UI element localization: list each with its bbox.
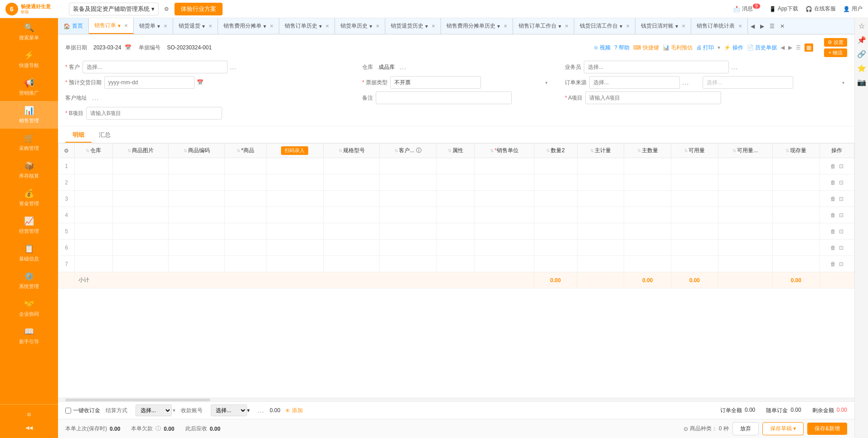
- sidebar-item-marketing[interactable]: 📢 营销推广: [0, 73, 58, 101]
- row-main-unit[interactable]: [577, 158, 624, 174]
- delete-icon[interactable]: 🗑: [830, 261, 836, 267]
- list-view-icon[interactable]: ☰: [796, 44, 801, 51]
- tab-sales-return-history[interactable]: 销货单历史 ▾ ✕: [335, 18, 385, 34]
- row-available[interactable]: [671, 158, 718, 174]
- help-link[interactable]: ? 帮助: [614, 44, 630, 52]
- tab-close-icon[interactable]: ✕: [124, 23, 128, 28]
- order-source-more-icon[interactable]: …: [680, 78, 689, 87]
- copy-icon[interactable]: ⊡: [839, 212, 844, 218]
- row-qty2[interactable]: [534, 240, 577, 256]
- row-main-unit[interactable]: [577, 207, 624, 223]
- tab-sales-workbench[interactable]: 销售订单工作台 ▾ ✕: [513, 18, 574, 34]
- row-product[interactable]: [224, 256, 266, 272]
- row-available[interactable]: [671, 223, 718, 240]
- settings-button[interactable]: ⚙ 设置: [824, 38, 847, 47]
- row-main-unit[interactable]: [577, 240, 624, 256]
- remark-input[interactable]: [376, 91, 512, 104]
- tab-menu-button[interactable]: ☰: [767, 23, 777, 29]
- tab-close-icon[interactable]: ✕: [432, 24, 435, 29]
- sidebar-collapse-button[interactable]: ◀◀: [0, 421, 58, 434]
- customer-input[interactable]: [82, 61, 228, 73]
- row-spec[interactable]: [324, 207, 379, 223]
- delete-icon[interactable]: 🗑: [830, 163, 836, 169]
- row-warehouse[interactable]: [75, 240, 113, 256]
- shortcut-link[interactable]: ⌨ 快捷键: [633, 44, 659, 52]
- row-product[interactable]: [224, 223, 266, 240]
- row-product-image[interactable]: [112, 158, 168, 174]
- sidebar-item-sales[interactable]: 📊 销售管理: [0, 101, 58, 129]
- row-main-unit[interactable]: [577, 191, 624, 207]
- row-available2[interactable]: [718, 240, 772, 256]
- delivery-date-input[interactable]: [104, 76, 195, 89]
- invoice-type-select[interactable]: 不开票: [390, 76, 481, 89]
- scan-input-button[interactable]: 扫码录入: [281, 146, 308, 155]
- row-customer-ref[interactable]: [379, 158, 436, 174]
- row-sales-unit[interactable]: [475, 240, 534, 256]
- order-source-input[interactable]: [589, 76, 680, 89]
- row-stock[interactable]: [772, 174, 820, 191]
- row-qty2[interactable]: [534, 207, 577, 223]
- customer-more-icon[interactable]: …: [228, 63, 237, 71]
- sidebar-item-search[interactable]: 🔍 搜索菜单: [0, 18, 58, 46]
- row-spec[interactable]: [324, 256, 379, 272]
- nav-next-icon[interactable]: ▶: [788, 44, 792, 51]
- row-qty2[interactable]: [534, 256, 577, 272]
- tab-close-icon[interactable]: ✕: [738, 24, 742, 29]
- row-main-unit[interactable]: [577, 223, 624, 240]
- row-available[interactable]: [671, 240, 718, 256]
- row-product-image[interactable]: [112, 240, 168, 256]
- tab-sales-fee-history[interactable]: 销售费用分摊单历史 ▾ ✕: [441, 18, 513, 34]
- tab-close-icon[interactable]: ✕: [376, 24, 379, 29]
- row-available[interactable]: [671, 174, 718, 191]
- rt-camera-icon[interactable]: 📷: [857, 78, 866, 87]
- row-available[interactable]: [671, 256, 718, 272]
- row-product-code[interactable]: [169, 240, 224, 256]
- system-title[interactable]: 装备及固定资产辅助管理系统 ▾: [69, 3, 159, 15]
- row-main-qty[interactable]: [624, 174, 671, 191]
- copy-icon[interactable]: ⊡: [839, 179, 844, 186]
- profit-link[interactable]: 📊 毛利预估: [663, 44, 693, 52]
- tab-close-icon[interactable]: ✕: [325, 24, 329, 29]
- warehouse-more-icon[interactable]: …: [398, 63, 407, 71]
- tab-sales-stats[interactable]: 销售订单统计表 ✕: [691, 18, 748, 34]
- row-sales-unit[interactable]: [475, 256, 534, 272]
- row-warehouse[interactable]: [75, 207, 113, 223]
- calendar2-icon[interactable]: 📅: [197, 79, 204, 86]
- save-draft-button[interactable]: 保存草稿 ▾: [762, 422, 804, 435]
- tab-summary[interactable]: 汇总: [92, 128, 118, 143]
- tab-detail[interactable]: 明细: [65, 128, 92, 143]
- app-download-button[interactable]: 📱 App下载: [769, 5, 798, 13]
- tab-home[interactable]: 🏠 首页: [58, 18, 89, 34]
- sidebar-item-system[interactable]: ⚙️ 系统管理: [0, 267, 58, 294]
- row-available2[interactable]: [718, 158, 772, 174]
- row-attribute[interactable]: [436, 256, 475, 272]
- copy-icon[interactable]: ⊡: [839, 261, 844, 267]
- tab-sales-refund-history[interactable]: 销货退货历史 ▾ ✕: [385, 18, 441, 34]
- row-main-qty[interactable]: [624, 256, 671, 272]
- copy-icon[interactable]: ⊡: [839, 163, 844, 169]
- sidebar-item-basic-info[interactable]: 📋 基础信息: [0, 239, 58, 267]
- sidebar-item-purchase[interactable]: 🛒 采购管理: [0, 129, 58, 156]
- row-sales-unit[interactable]: [475, 207, 534, 223]
- row-sales-unit[interactable]: [475, 158, 534, 174]
- sidebar-settings-button[interactable]: ⚙: [0, 408, 58, 421]
- rt-link-icon[interactable]: 🔗: [857, 50, 866, 58]
- copy-icon[interactable]: ⊡: [839, 245, 844, 251]
- row-stock[interactable]: [772, 256, 820, 272]
- row-main-qty[interactable]: [624, 223, 671, 240]
- delete-icon[interactable]: 🗑: [830, 245, 836, 251]
- row-attribute[interactable]: [436, 158, 475, 174]
- tab-close-icon[interactable]: ✕: [565, 24, 568, 29]
- nav-prev-icon[interactable]: ◀: [781, 44, 785, 51]
- row-available2[interactable]: [718, 191, 772, 207]
- tab-close-icon[interactable]: ✕: [209, 24, 212, 29]
- print-arrow-icon[interactable]: ▾: [718, 44, 720, 51]
- delete-icon[interactable]: 🗑: [830, 179, 836, 186]
- sidebar-item-inventory[interactable]: 📦 库存核算: [0, 156, 58, 184]
- sidebar-item-guide[interactable]: 📖 新手引导: [0, 322, 58, 350]
- row-qty2[interactable]: [534, 191, 577, 207]
- row-product-code[interactable]: [169, 174, 224, 191]
- order-source-select[interactable]: 选择...: [703, 76, 793, 89]
- row-product[interactable]: [224, 240, 266, 256]
- row-warehouse[interactable]: [75, 256, 113, 272]
